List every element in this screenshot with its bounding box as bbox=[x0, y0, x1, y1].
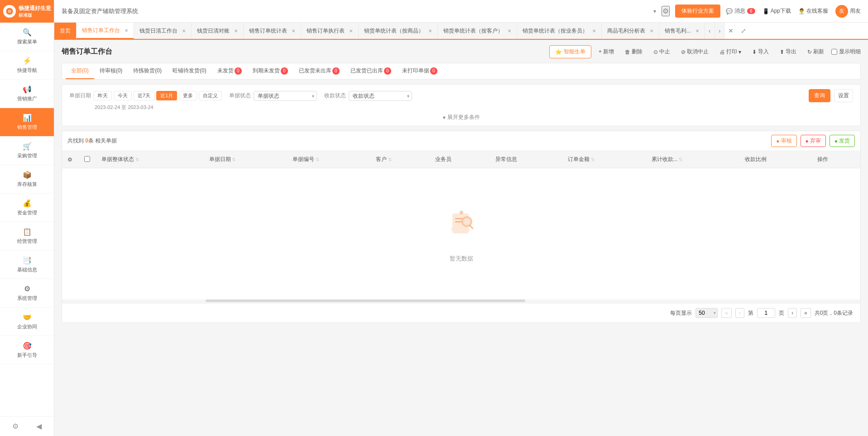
tab-1[interactable]: 销售订单工作台✕ bbox=[77, 23, 134, 39]
select-all-checkbox[interactable] bbox=[84, 156, 90, 162]
next-page-btn[interactable]: › bbox=[788, 308, 797, 318]
sidebar-item-0[interactable]: 🔍搜索菜单 bbox=[0, 23, 54, 51]
tab-2[interactable]: 钱货日清工作台✕ bbox=[134, 23, 192, 39]
date-quick-btn-0[interactable]: 昨天 bbox=[94, 91, 112, 100]
sidebar-item-1[interactable]: ⚡快捷导航 bbox=[0, 51, 54, 80]
tab-close-2[interactable]: ✕ bbox=[182, 28, 186, 33]
tab-close-3[interactable]: ✕ bbox=[234, 28, 238, 33]
message-area[interactable]: 💬 消息 6 bbox=[726, 7, 755, 15]
app-download-btn[interactable]: 📱 App下载 bbox=[762, 7, 791, 15]
ship-btn[interactable]: ● 发货 bbox=[830, 135, 855, 147]
payment-select[interactable]: 收款状态 bbox=[349, 91, 412, 101]
tab-0[interactable]: 首页 bbox=[54, 23, 77, 39]
settings-btn[interactable]: ⚙ bbox=[662, 6, 670, 16]
th-checkbox[interactable] bbox=[78, 151, 96, 168]
per-page-select[interactable]: 50 10 20 100 bbox=[695, 308, 718, 318]
subtab-7[interactable]: 已发货已出库0 bbox=[345, 63, 397, 79]
set-btn[interactable]: 设置 bbox=[834, 89, 853, 102]
th-amount[interactable]: 订单金额 bbox=[562, 151, 646, 168]
audit-btn[interactable]: ● 审核 bbox=[771, 135, 796, 147]
tab-close-6[interactable]: ✕ bbox=[428, 28, 432, 33]
tab-6[interactable]: 销货单统计表（按商品）✕ bbox=[359, 23, 438, 39]
prev-page-btn[interactable]: ‹ bbox=[735, 308, 744, 318]
sidebar-item-10[interactable]: 🤝企业协同 bbox=[0, 308, 54, 336]
scrollbar[interactable] bbox=[62, 299, 860, 303]
add-btn[interactable]: + 新增 bbox=[595, 46, 618, 58]
th-gear[interactable]: ⚙ bbox=[62, 151, 78, 168]
tab-5[interactable]: 销售订单执行表✕ bbox=[301, 23, 359, 39]
date-quick-btn-3[interactable]: 近1月 bbox=[156, 91, 177, 100]
cancel-stop-btn[interactable]: ⊘ 取消中止 bbox=[677, 46, 712, 58]
tab-close-8[interactable]: ✕ bbox=[592, 28, 596, 33]
print-btn[interactable]: 🖨 打印 ▾ bbox=[716, 46, 745, 58]
topbar-dropdown-arrow[interactable]: ▾ bbox=[653, 8, 656, 14]
th-collected[interactable]: 累计收款... bbox=[646, 151, 739, 168]
industry-btn[interactable]: 体验行业方案 bbox=[675, 5, 720, 18]
tab-close-5[interactable]: ✕ bbox=[349, 28, 353, 33]
tab-label-3: 钱货日清对账 bbox=[197, 27, 230, 35]
tab-close-4[interactable]: ✕ bbox=[292, 28, 295, 33]
sidebar-item-4[interactable]: 🛒采购管理 bbox=[0, 137, 54, 165]
collapse-btn[interactable]: ◀ bbox=[34, 420, 43, 432]
subtab-3[interactable]: 旺铺待发货(0) bbox=[167, 63, 212, 79]
first-page-btn[interactable]: « bbox=[721, 308, 732, 318]
tab-close-7[interactable]: ✕ bbox=[508, 28, 511, 33]
last-page-btn[interactable]: » bbox=[801, 308, 811, 318]
tab-nav-next[interactable]: › bbox=[715, 23, 725, 39]
nav-icon-0: 🔍 bbox=[23, 28, 32, 37]
refresh-btn[interactable]: ↻ 刷新 bbox=[804, 46, 828, 58]
subtab-8[interactable]: 未打印单据0 bbox=[397, 63, 443, 79]
sidebar-item-6[interactable]: 💰资金管理 bbox=[0, 194, 54, 222]
subtab-2[interactable]: 待拣验货(0) bbox=[128, 63, 167, 79]
tab-close-9[interactable]: ✕ bbox=[650, 28, 653, 33]
status-select[interactable]: 单据状态 bbox=[254, 91, 317, 101]
tab-3[interactable]: 钱货日清对账✕ bbox=[192, 23, 244, 39]
subtab-1[interactable]: 待审核(0) bbox=[94, 63, 128, 79]
sidebar-item-8[interactable]: 📑基础信息 bbox=[0, 251, 54, 279]
tab-nav-prev[interactable]: ‹ bbox=[705, 23, 715, 39]
page-input[interactable] bbox=[757, 308, 775, 318]
sidebar-item-11[interactable]: 🎯新手引导 bbox=[0, 336, 54, 365]
date-quick-btn-5[interactable]: 自定义 bbox=[199, 91, 222, 100]
reject-btn[interactable]: ● 弃审 bbox=[801, 135, 826, 147]
sidebar-item-9[interactable]: ⚙系统管理 bbox=[0, 279, 54, 308]
tab-label-5: 销售订单执行表 bbox=[307, 27, 345, 35]
smart-btn[interactable]: ⭐ 智能生单 bbox=[549, 45, 591, 58]
tab-close-10[interactable]: ✕ bbox=[695, 28, 699, 33]
sidebar-item-2[interactable]: 📢营销推广 bbox=[0, 80, 54, 108]
user-info[interactable]: 友 用友 bbox=[835, 5, 861, 18]
tab-10[interactable]: 销售毛利...✕ bbox=[659, 23, 705, 39]
th-status[interactable]: 单据整体状态 bbox=[96, 151, 204, 168]
tab-9[interactable]: 商品毛利分析表✕ bbox=[602, 23, 659, 39]
date-quick-btn-1[interactable]: 今天 bbox=[114, 91, 132, 100]
tab-close-all[interactable]: ✕ bbox=[724, 23, 737, 39]
date-quick-btn-2[interactable]: 近7天 bbox=[134, 91, 154, 100]
sidebar-item-5[interactable]: 📦库存核算 bbox=[0, 165, 54, 194]
content-header: 销售订单工作台 ⭐ 智能生单 + 新增 🗑 删除 ⊙ 中止 ⊘ 取消中止 bbox=[62, 45, 861, 58]
subtab-0[interactable]: 全部(0) bbox=[66, 63, 94, 79]
delete-btn[interactable]: 🗑 删除 bbox=[621, 46, 646, 58]
th-customer[interactable]: 客户 bbox=[370, 151, 430, 168]
tab-close-1[interactable]: ✕ bbox=[125, 28, 128, 33]
th-date[interactable]: 单据日期 bbox=[204, 151, 287, 168]
th-number[interactable]: 单据编号 bbox=[287, 151, 370, 168]
stop-btn[interactable]: ⊙ 中止 bbox=[650, 46, 674, 58]
tab-8[interactable]: 销货单统计表（按业务员）✕ bbox=[517, 23, 602, 39]
import-btn[interactable]: ⬇ 导入 bbox=[748, 46, 772, 58]
tab-7[interactable]: 销货单统计表（按客户）✕ bbox=[438, 23, 517, 39]
sidebar-item-7[interactable]: 📋经营管理 bbox=[0, 222, 54, 251]
settings-icon-btn[interactable]: ⚙ bbox=[10, 420, 20, 432]
show-detail-checkbox[interactable] bbox=[831, 49, 837, 55]
tab-4[interactable]: 销售订单统计表✕ bbox=[244, 23, 301, 39]
subtab-6[interactable]: 已发货未出库0 bbox=[293, 63, 345, 79]
sidebar-item-3[interactable]: 📊销售管理 bbox=[0, 108, 54, 137]
date-quick-btn-4[interactable]: 更多 bbox=[179, 91, 197, 100]
show-detail-label[interactable]: 显示明细 bbox=[831, 48, 861, 56]
query-btn[interactable]: 查询 bbox=[809, 89, 830, 102]
tab-maximize[interactable]: ⤢ bbox=[737, 23, 750, 39]
subtab-5[interactable]: 到期未发货0 bbox=[247, 63, 293, 79]
export-btn[interactable]: ⬆ 导出 bbox=[776, 46, 800, 58]
online-service-btn[interactable]: 👨‍💼 在线客服 bbox=[798, 7, 828, 15]
subtab-4[interactable]: 未发货0 bbox=[212, 63, 247, 79]
expand-btn[interactable]: ▾ 展开更多条件 bbox=[69, 114, 853, 121]
